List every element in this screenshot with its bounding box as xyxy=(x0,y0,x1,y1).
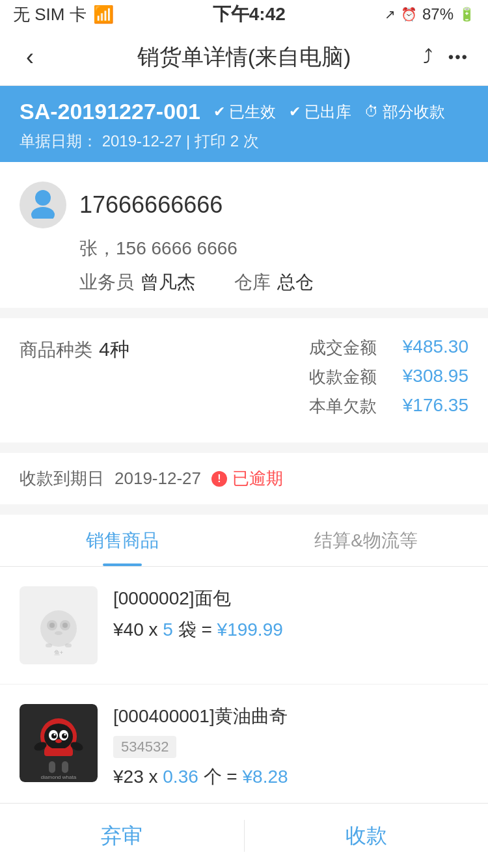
svg-point-6 xyxy=(62,623,68,628)
tab-settlement[interactable]: 结算&物流等 xyxy=(244,515,488,566)
tabs-row: 销售商品 结算&物流等 xyxy=(0,515,488,567)
more-button[interactable]: ••• xyxy=(448,48,468,66)
debt-amount-row: 本单欠款 ¥176.35 xyxy=(309,395,468,418)
svg-text:diamond whata: diamond whata xyxy=(41,774,77,780)
product-name-1: [0000002]面包 xyxy=(113,586,468,611)
svg-point-13 xyxy=(44,724,73,750)
product-total-1: ¥199.99 xyxy=(217,619,283,640)
svg-point-2 xyxy=(40,610,77,647)
customer-meta: 业务员 曾凡杰 仓库 总仓 xyxy=(20,270,468,295)
status-partial-payment: ⏱ 部分收款 xyxy=(364,102,445,122)
location-icon: ↗ xyxy=(385,7,396,22)
svg-point-7 xyxy=(55,631,62,635)
svg-text:鱼+: 鱼+ xyxy=(54,649,63,656)
carrier-text: 无 SIM 卡 xyxy=(13,3,87,26)
sales-label: 业务员 xyxy=(79,270,134,295)
overdue-label: 已逾期 xyxy=(232,467,283,490)
product-info-2: [000400001]黄油曲奇 534532 ¥23 x 0.36 个 = ¥8… xyxy=(113,704,468,789)
product-price-1: ¥40 x 5 袋 = ¥199.99 xyxy=(113,617,468,642)
clock-icon: ⏱ xyxy=(364,103,379,120)
print-suffix: 次 xyxy=(243,132,259,150)
bottom-bar: 弃审 收款 xyxy=(0,803,488,868)
customer-name-phone: 张，156 6666 6666 xyxy=(20,236,468,261)
share-button[interactable]: ⤴ xyxy=(423,46,433,68)
battery-text: 87% xyxy=(422,5,454,23)
product-quantity-2: 0.36 xyxy=(163,766,198,787)
svg-rect-22 xyxy=(49,761,55,773)
due-date-label: 收款到期日 xyxy=(20,467,104,490)
confirm-button[interactable]: 收款 xyxy=(245,804,489,868)
print-separator: | 打印 xyxy=(186,132,230,150)
product-quantity-1: 5 xyxy=(163,619,173,640)
print-count: 2 xyxy=(230,132,239,150)
check-icon-2: ✔ xyxy=(289,103,301,120)
section-divider xyxy=(0,507,488,515)
back-button[interactable]: ‹ xyxy=(20,37,40,77)
sales-name: 曾凡杰 xyxy=(141,270,195,295)
warehouse: 仓库 总仓 xyxy=(234,270,314,295)
check-icon-1: ✔ xyxy=(213,103,225,120)
battery-icon: 🔋 xyxy=(459,7,475,22)
svg-rect-23 xyxy=(62,761,68,773)
date-label: 单据日期： xyxy=(20,132,98,150)
alarm-icon: ⏰ xyxy=(401,7,417,22)
order-header-banner: SA-20191227-001 ✔ 已生效 ✔ 已出库 ⏱ 部分收款 单据日期：… xyxy=(0,86,488,162)
svg-point-19 xyxy=(64,734,66,736)
svg-point-5 xyxy=(49,623,55,628)
warehouse-label: 仓库 xyxy=(234,270,271,295)
svg-point-0 xyxy=(35,190,51,206)
customer-id: 17666666666 xyxy=(79,191,223,219)
debt-value: ¥176.35 xyxy=(403,395,468,418)
order-date-row: 单据日期： 2019-12-27 | 打印 2 次 xyxy=(20,131,468,152)
total-amount-row: 成交金额 ¥485.30 xyxy=(309,336,468,359)
product-image-1: 鱼+ xyxy=(20,586,98,664)
order-summary: 商品种类 4种 成交金额 ¥485.30 收款金额 ¥308.95 本单欠款 ¥… xyxy=(0,318,488,442)
product-image-2: diamond whata xyxy=(20,704,98,782)
cancel-button[interactable]: 弃审 xyxy=(0,804,244,868)
svg-point-18 xyxy=(54,734,56,736)
svg-point-1 xyxy=(31,207,55,219)
product-sku-2: 534532 xyxy=(113,736,176,758)
avatar-icon xyxy=(26,185,60,225)
due-date-section: 收款到期日 2019-12-27 ! 已逾期 xyxy=(0,453,488,504)
svg-rect-8 xyxy=(46,644,52,647)
product-type-label: 商品种类 xyxy=(20,338,92,362)
overdue-badge: ! 已逾期 xyxy=(211,467,283,490)
sales-person: 业务员 曾凡杰 xyxy=(79,270,195,295)
product-type-row: 商品种类 4种 xyxy=(20,336,129,363)
tab-products[interactable]: 销售商品 xyxy=(0,515,244,566)
product-info-1: [0000002]面包 ¥40 x 5 袋 = ¥199.99 xyxy=(113,586,468,664)
total-amount-value: ¥485.30 xyxy=(403,336,468,359)
status-bar: 无 SIM 卡 📶 下午4:42 ↗ ⏰ 87% 🔋 xyxy=(0,0,488,29)
svg-rect-9 xyxy=(65,644,72,647)
svg-point-20 xyxy=(55,739,62,743)
product-price-2: ¥23 x 0.36 个 = ¥8.28 xyxy=(113,765,468,789)
status-bar-time: 下午4:42 xyxy=(213,2,286,27)
debt-label: 本单欠款 xyxy=(309,395,377,418)
total-amount-label: 成交金额 xyxy=(309,336,377,359)
svg-rect-21 xyxy=(44,748,73,756)
status-bar-left: 无 SIM 卡 📶 xyxy=(13,3,114,26)
received-value: ¥308.95 xyxy=(403,366,468,388)
status-shipped: ✔ 已出库 xyxy=(289,102,351,122)
warehouse-name: 总仓 xyxy=(277,270,314,295)
list-item: 鱼+ [0000002]面包 ¥40 x 5 袋 = ¥199.99 xyxy=(0,567,488,685)
nav-bar: ‹ 销货单详情(来自电脑) ⤴ ••• xyxy=(0,29,488,86)
amount-summary: 成交金额 ¥485.30 收款金额 ¥308.95 本单欠款 ¥176.35 xyxy=(309,336,468,424)
customer-avatar xyxy=(20,182,66,228)
received-label: 收款金额 xyxy=(309,366,377,388)
status-bar-right: ↗ ⏰ 87% 🔋 xyxy=(385,5,475,23)
overdue-icon: ! xyxy=(211,471,227,487)
product-count: 4种 xyxy=(99,336,129,363)
product-name-2: [000400001]黄油曲奇 xyxy=(113,704,468,729)
product-total-2: ¥8.28 xyxy=(242,766,288,787)
wifi-icon: 📶 xyxy=(93,5,114,25)
order-id: SA-20191227-001 xyxy=(20,99,200,124)
order-date: 2019-12-27 xyxy=(102,132,182,150)
list-item: diamond whata [000400001]黄油曲奇 534532 ¥23… xyxy=(0,685,488,809)
status-effective: ✔ 已生效 xyxy=(213,102,276,122)
nav-actions: ⤴ ••• xyxy=(423,46,468,68)
tabs-section: 销售商品 结算&物流等 xyxy=(0,515,488,567)
received-amount-row: 收款金额 ¥308.95 xyxy=(309,366,468,388)
customer-section: 17666666666 张，156 6666 6666 业务员 曾凡杰 仓库 总… xyxy=(0,162,488,308)
